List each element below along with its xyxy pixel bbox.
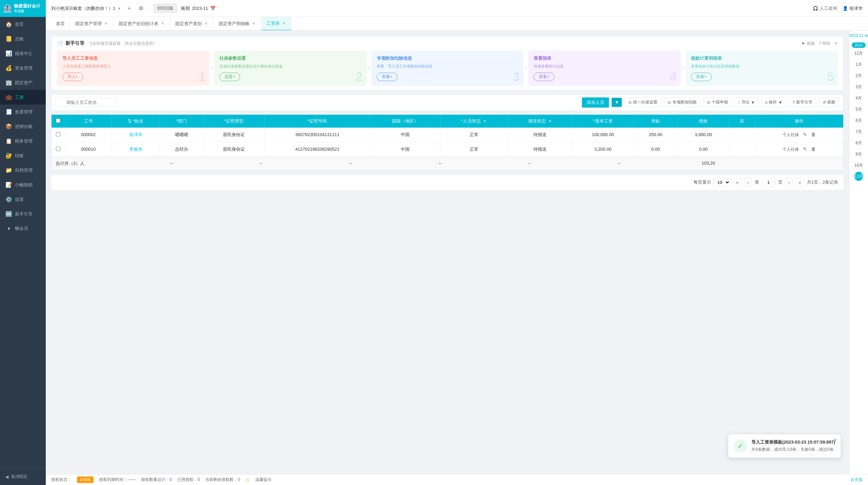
unpin-btn[interactable]: ◀ 取消固定 <box>0 471 46 482</box>
payroll-table: 工号 ⇅ *姓名 *部门 *证照类型 *证照号码 国籍（地区） *人员状态 ▼ … <box>52 115 843 157</box>
sidebar-item-fixed[interactable]: 🏢 固定资产 <box>0 75 46 90</box>
special-deduction-btn[interactable]: ⊙ 专项附加扣除 <box>664 97 701 107</box>
last-page-btn[interactable]: » <box>795 179 804 186</box>
tab-fixed-assets-label: 固定资产管理 <box>75 21 102 27</box>
tab-fixed-detail-close[interactable]: ✕ <box>252 21 256 26</box>
row2-edit-btn[interactable]: ✎ <box>802 146 808 152</box>
row1-delete-btn[interactable]: 🗑 <box>810 131 817 138</box>
tab-fixed-category-close[interactable]: ✕ <box>204 21 208 26</box>
page-size-select[interactable]: 10 20 50 <box>714 178 730 187</box>
month-6[interactable]: 6月 <box>855 115 862 126</box>
row1-social-btn[interactable]: 个人社保 <box>781 131 800 138</box>
tab-fixed-depreciation-close[interactable]: ✕ <box>160 21 165 26</box>
user-btn[interactable]: 👤 徐泽华 <box>843 5 863 12</box>
video-btn[interactable]: ▶ 视频 <box>802 41 815 46</box>
sidebar-item-close[interactable]: 🔐 结账 <box>0 148 46 163</box>
row1-name-link[interactable]: 徐泽华 <box>129 132 142 137</box>
tax-declaration-btn[interactable]: ⊙ 个税申报 <box>703 97 732 107</box>
sidebar-item-expense-report[interactable]: 📝 小畅报销 <box>0 178 46 192</box>
export-btn[interactable]: ↑ 导出 ▼ <box>734 97 759 107</box>
row1-select[interactable] <box>56 132 60 136</box>
report-status-filter-icon[interactable]: ▼ <box>548 119 552 123</box>
month-1[interactable]: 1月 <box>855 59 862 70</box>
row2-emp-no: 000010 <box>65 142 112 156</box>
month-9[interactable]: 9月 <box>855 149 862 160</box>
remain-count-label: 当前剩余授权数：0 <box>205 477 240 483</box>
tax-icon: 📋 <box>5 138 12 144</box>
row1-dept: 嗯嗯嗯 <box>160 128 203 142</box>
sidebar-item-guide[interactable]: 🆕 新手引导 <box>0 207 46 221</box>
tab-fixed-assets-close[interactable]: ✕ <box>104 21 108 26</box>
step2-btn[interactable]: 设置> <box>219 73 240 81</box>
prev-page-btn[interactable]: ‹ <box>744 179 752 186</box>
tab-home[interactable]: 首页 <box>51 17 70 31</box>
month-2[interactable]: 2月 <box>855 70 862 81</box>
month-5[interactable]: 5月 <box>855 104 862 115</box>
social-security-btn[interactable]: ⊙ 统一社保设置 <box>625 97 661 107</box>
step4-btn[interactable]: 查看> <box>534 73 554 81</box>
sidebar-item-reports[interactable]: 📊 报表中心 <box>0 46 46 61</box>
period-label: 账期 <box>181 5 190 12</box>
search-input[interactable] <box>56 98 117 107</box>
account-selector[interactable]: 刘小艳演示账套（勿删勿动！）1 ▼ <box>51 5 121 12</box>
expense-report-icon: 📝 <box>5 182 12 188</box>
sidebar-item-tax[interactable]: 📋 税务管理 <box>0 134 46 148</box>
add-person-dropdown-btn[interactable]: ▼ <box>612 98 622 107</box>
month-4[interactable]: 4月 <box>855 93 862 104</box>
row2-delete-btn[interactable]: 🗑 <box>810 146 817 152</box>
month-7[interactable]: 7月 <box>855 126 862 137</box>
sidebar-item-ledger[interactable]: 📒 总账 <box>0 32 46 46</box>
next-page-btn[interactable]: › <box>785 179 793 186</box>
page-unit: 页 <box>778 179 783 185</box>
month-3[interactable]: 3月 <box>855 81 862 93</box>
tab-fixed-assets[interactable]: 固定资产管理 ✕ <box>71 17 113 31</box>
add-person-btn[interactable]: 添加人员 <box>582 97 609 108</box>
sidebar-item-home[interactable]: 🏠 首页 <box>0 17 46 32</box>
sidebar-item-archive[interactable]: 📁 归档管理 <box>0 163 46 178</box>
month-11[interactable]: 11月 <box>854 172 863 181</box>
sidebar-item-vip[interactable]: ♦ 畅会员 <box>0 221 46 236</box>
sidebar-item-funds[interactable]: 💰 资金管理 <box>0 61 46 75</box>
operation-label: 操作 <box>769 99 777 105</box>
refresh-btn[interactable]: ↺ 刷新 <box>819 97 839 107</box>
row2-social-btn[interactable]: 个人社保 <box>781 146 800 153</box>
step5-btn[interactable]: 查看> <box>691 73 712 81</box>
operation-btn[interactable]: ≡ 操作 ▼ <box>761 97 786 107</box>
sidebar-item-settings[interactable]: ⚙️ 设置 <box>0 192 46 207</box>
notification-close-btn[interactable]: ✕ <box>833 437 837 444</box>
select-all-checkbox[interactable] <box>56 118 60 123</box>
charge-btn[interactable]: 去充值 <box>850 477 863 483</box>
sidebar-item-payroll[interactable]: 💼 工资 <box>0 90 46 105</box>
help-btn[interactable]: ? 帮助 <box>819 41 830 46</box>
page-size-label: 每页显示 <box>693 179 711 185</box>
month-10[interactable]: 10月 <box>854 160 863 171</box>
wizard-guide-btn[interactable]: ? 新手引导 <box>789 97 816 107</box>
first-page-btn[interactable]: « <box>733 179 742 186</box>
year-panel-top[interactable]: 2023.11 ≪ <box>849 31 868 41</box>
tab-fixed-detail[interactable]: 固定资产明细账 ✕ <box>214 17 261 31</box>
add-account-btn[interactable]: ＋ <box>125 3 133 13</box>
row1-edit-btn[interactable]: ✎ <box>802 131 808 138</box>
sidebar-item-expenses[interactable]: 🧾 发票管理 <box>0 105 46 119</box>
step1-btn[interactable]: 导入> <box>62 73 83 81</box>
tab-payroll-close[interactable]: ✕ <box>282 20 286 26</box>
month-8[interactable]: 8月 <box>855 137 862 149</box>
help-label: 帮助 <box>822 41 830 46</box>
sidebar-item-import-export[interactable]: 📦 进销台账 <box>0 119 46 134</box>
status-filter-icon[interactable]: ▼ <box>483 119 487 123</box>
month-12[interactable]: 12月 <box>854 48 863 59</box>
wizard-close-btn[interactable]: ✕ <box>834 41 838 46</box>
switch-version-btn[interactable]: 切到旧版 <box>153 4 177 13</box>
page-label: 第 <box>755 179 759 185</box>
row1-checkbox <box>52 128 65 142</box>
row2-name-link[interactable]: 李俊杰 <box>129 147 142 152</box>
current-page-input[interactable] <box>762 179 775 186</box>
step3-btn[interactable]: 查看> <box>377 73 397 81</box>
ai-service-btn[interactable]: 🎧 人工咨询 <box>813 5 837 12</box>
unpin-label: 取消固定 <box>11 474 27 480</box>
tab-fixed-depreciation[interactable]: 固定资产折旧统计表 ✕ <box>114 17 170 31</box>
tab-payroll[interactable]: 工资表 ✕ <box>262 17 291 31</box>
settings-btn[interactable]: ⚙ <box>137 4 145 13</box>
tab-fixed-category[interactable]: 固定资产类别 ✕ <box>171 17 213 31</box>
row2-select[interactable] <box>56 147 60 151</box>
